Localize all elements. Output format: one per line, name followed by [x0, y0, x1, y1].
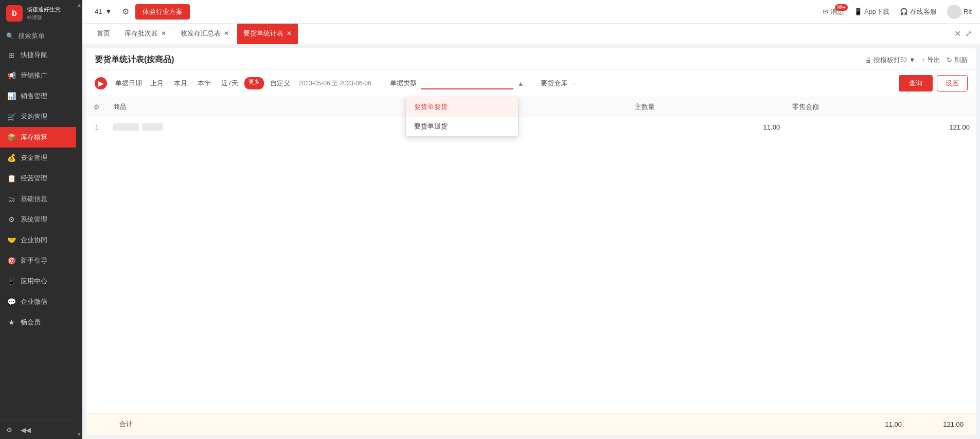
page-content: 要货单统计表(按商品) 🖨 按模板打印 ▼ ↑ 导出 ↻ 刷新 ▶	[86, 48, 976, 435]
expand-filter-btn[interactable]: ▶	[95, 77, 107, 89]
headset-icon: 🎧	[900, 8, 908, 15]
tab-home[interactable]: 首页	[91, 24, 116, 44]
user-avatar	[947, 5, 961, 19]
sidebar-item-member[interactable]: ★ 畅会员	[0, 312, 76, 333]
maximize-btn[interactable]: ⤢	[965, 29, 972, 39]
page-header: 要货单统计表(按商品) 🖨 按模板打印 ▼ ↑ 导出 ↻ 刷新	[86, 48, 976, 70]
messages-item[interactable]: ✉ 消息 99+	[823, 7, 844, 16]
search-icon: 🔍	[6, 32, 14, 40]
dropdown-option-order-goods[interactable]: 要货单要货	[406, 97, 518, 117]
sidebar-settings-btn[interactable]: ⚙	[6, 426, 12, 434]
tab-order-stats[interactable]: 要货单统计表 ✕	[237, 24, 298, 44]
print-button[interactable]: 🖨 按模板打印 ▼	[865, 56, 916, 65]
cell-seq: 1	[86, 117, 107, 137]
user-profile-item[interactable]: Rit	[947, 5, 972, 19]
member-icon: ★	[6, 318, 16, 326]
finance-icon: 💰	[6, 154, 16, 162]
export-button[interactable]: ↑ 导出	[922, 56, 941, 65]
sidebar-item-purchase[interactable]: 🛒 采购管理	[0, 106, 76, 127]
warehouse-label: 要货仓库	[541, 79, 567, 88]
query-button[interactable]: 查询	[899, 75, 933, 92]
operations-icon: 📋	[6, 174, 16, 182]
header-gear-icon[interactable]: ⚙	[122, 7, 129, 16]
refresh-icon: ↻	[947, 56, 952, 64]
sidebar-item-app-center[interactable]: 📱 应用中心	[0, 271, 76, 291]
main-area: 41 ▼ ⚙ 体验行业方案 ✉ 消息 99+ 📱 App下载 🎧 在线客服 R	[82, 0, 980, 439]
tab-receivables-close[interactable]: ✕	[224, 30, 229, 37]
trial-button[interactable]: 体验行业方案	[135, 4, 190, 20]
table-settings-icon[interactable]: ⚙	[94, 103, 100, 111]
footer-label: 合计	[113, 419, 216, 429]
system-icon: ⚙	[6, 215, 16, 224]
sidebar-item-enterprise[interactable]: 🤝 企业协同	[0, 230, 76, 250]
logo-area: b 畅捷通好生意 标准版	[0, 0, 76, 27]
sidebar-item-wecom[interactable]: 💬 企业微信	[0, 291, 76, 312]
phone-icon: 📱	[854, 8, 862, 15]
tab-order-stats-close[interactable]: ✕	[287, 30, 292, 37]
cell-amount: 121.00	[786, 117, 976, 137]
sidebar-item-sales[interactable]: 📊 销售管理	[0, 86, 76, 106]
top-header: 41 ▼ ⚙ 体验行业方案 ✉ 消息 99+ 📱 App下载 🎧 在线客服 R	[82, 0, 980, 24]
sidebar: b 畅捷通好生意 标准版 🔍 搜索菜单 ⊞ 快捷导航 📢 营销推广 📊 销售管理…	[0, 0, 76, 439]
export-icon: ↑	[922, 56, 925, 64]
type-dropdown-up-icon[interactable]: ▲	[518, 80, 524, 87]
col-quantity: 主数量	[629, 97, 786, 117]
date-more-btn[interactable]: 更多	[244, 77, 264, 89]
marketing-icon: 📢	[6, 71, 16, 80]
date-custom[interactable]: 自定义	[266, 77, 294, 89]
header-right: ✉ 消息 99+ 📱 App下载 🎧 在线客服 Rit	[823, 5, 972, 19]
guide-icon: 🎯	[6, 257, 16, 265]
col-settings: ⚙	[86, 97, 107, 117]
scroll-up-arrow[interactable]: ▲	[77, 2, 82, 8]
sidebar-item-quick-nav[interactable]: ⊞ 快捷导航	[0, 45, 76, 65]
sidebar-item-base-info[interactable]: 🗂 基础信息	[0, 189, 76, 209]
sidebar-item-inventory[interactable]: 📦 库存核算	[0, 127, 76, 148]
date-tabs: 上月 本月 本年 近7天 更多 自定义	[146, 77, 294, 89]
date-curr-year[interactable]: 本年	[193, 77, 215, 89]
tab-receivables[interactable]: 收发存汇总表 ✕	[174, 24, 235, 44]
sidebar-item-operations[interactable]: 📋 经营管理	[0, 168, 76, 189]
sidebar-item-finance[interactable]: 💰 资金管理	[0, 148, 76, 168]
sidebar-bottom: ⚙ ◀◀	[0, 420, 76, 439]
inventory-icon: 📦	[6, 133, 16, 141]
warehouse-more-btn[interactable]: ···	[572, 80, 577, 87]
app-download-item[interactable]: 📱 App下载	[854, 7, 889, 16]
refresh-button[interactable]: ↻ 刷新	[947, 56, 968, 65]
search-menu[interactable]: 🔍 搜索菜单	[0, 27, 76, 45]
logo-text: 畅捷通好生意 标准版	[27, 6, 61, 21]
sidebar-collapse-btn[interactable]: ◀◀	[21, 426, 31, 434]
data-table: ⚙ 商品 主计量单位 主数量 零售金额	[86, 97, 976, 137]
filter-actions: 查询 设置	[899, 75, 968, 92]
table-wrapper: ⚙ 商品 主计量单位 主数量 零售金额	[86, 97, 976, 413]
date-last-7d[interactable]: 近7天	[217, 77, 242, 89]
page-actions: 🖨 按模板打印 ▼ ↑ 导出 ↻ 刷新	[865, 56, 968, 65]
sidebar-item-marketing[interactable]: 📢 营销推广	[0, 65, 76, 86]
page-title: 要货单统计表(按商品)	[95, 54, 174, 65]
tab-batch-account[interactable]: 库存批次账 ✕	[118, 24, 172, 44]
settings-button[interactable]: 设置	[937, 75, 968, 92]
app-center-icon: 📱	[6, 277, 16, 285]
dropdown-option-order-return[interactable]: 要货单退货	[406, 117, 518, 136]
close-tab-btn[interactable]: ✕	[954, 29, 961, 39]
cell-product	[107, 117, 406, 137]
tab-batch-account-close[interactable]: ✕	[161, 30, 166, 37]
tenant-selector[interactable]: 41 ▼	[91, 6, 116, 17]
date-range-display: 2023-05-06 至 2023-06-06	[298, 79, 371, 88]
warehouse-filter-group: 要货仓库 ···	[541, 79, 577, 88]
wecom-icon: 💬	[6, 298, 16, 306]
tenant-dropdown-icon: ▼	[105, 8, 112, 15]
tabs-bar: 首页 库存批次账 ✕ 收发存汇总表 ✕ 要货单统计表 ✕ ✕ ⤢	[82, 24, 980, 44]
type-input[interactable]	[421, 78, 513, 89]
sidebar-item-system[interactable]: ⚙ 系统管理	[0, 209, 76, 230]
online-service-item[interactable]: 🎧 在线客服	[900, 7, 937, 16]
date-curr-month[interactable]: 本月	[170, 77, 191, 89]
cell-quantity: 11.00	[629, 117, 786, 137]
col-product: 商品	[107, 97, 406, 117]
product-placeholder-1	[113, 123, 139, 131]
header-left: 41 ▼ ⚙ 体验行业方案	[91, 4, 823, 20]
sidebar-item-guide[interactable]: 🎯 新手引导	[0, 250, 76, 271]
quick-nav-icon: ⊞	[6, 51, 16, 59]
sales-icon: 📊	[6, 92, 16, 100]
scroll-down-arrow[interactable]: ▼	[77, 431, 82, 437]
date-prev-month[interactable]: 上月	[146, 77, 168, 89]
